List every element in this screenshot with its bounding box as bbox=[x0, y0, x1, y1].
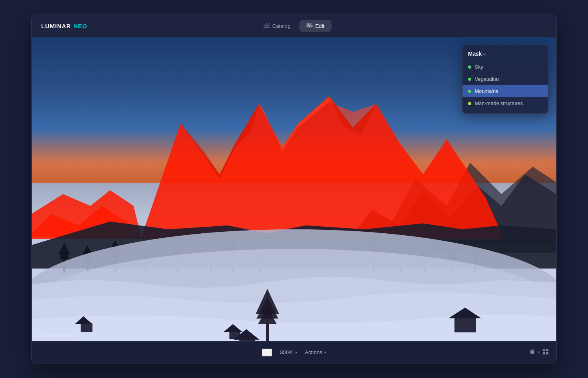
catalog-icon bbox=[264, 23, 270, 29]
mask-item-mountains[interactable]: Mountains bbox=[463, 85, 548, 97]
svg-point-7 bbox=[307, 23, 309, 25]
svg-point-65 bbox=[266, 351, 268, 353]
svg-rect-69 bbox=[546, 352, 548, 354]
mask-label-man-made: Man-made structures bbox=[475, 100, 523, 106]
actions-button[interactable]: Actions ▾ bbox=[305, 349, 326, 355]
actions-label: Actions bbox=[305, 349, 322, 355]
catalog-button[interactable]: Catalog bbox=[257, 20, 298, 32]
svg-point-9 bbox=[308, 26, 309, 27]
logo-neo: NEO bbox=[73, 23, 87, 29]
ai-badge: AI bbox=[483, 53, 486, 56]
mask-label-mountains: Mountains bbox=[475, 88, 498, 94]
svg-point-8 bbox=[309, 25, 311, 26]
svg-rect-66 bbox=[543, 349, 545, 351]
zoom-chevron-icon: ▾ bbox=[295, 350, 297, 354]
svg-rect-1 bbox=[267, 23, 269, 25]
title-bar-nav: Catalog Edit bbox=[257, 20, 332, 32]
app-window: LUMINAR NEO Catalog bbox=[31, 15, 557, 363]
mask-title: MaskAI bbox=[463, 51, 548, 61]
app-logo: LUMINAR NEO bbox=[41, 23, 87, 29]
bottom-bar: 300% ▾ Actions ▾ bbox=[32, 341, 556, 363]
separator-dot bbox=[538, 351, 540, 353]
actions-chevron-icon: ▾ bbox=[324, 350, 326, 354]
man-made-dot bbox=[468, 102, 471, 105]
edit-label: Edit bbox=[315, 23, 324, 29]
edit-icon bbox=[306, 23, 312, 29]
sky-dot bbox=[468, 65, 471, 69]
svg-rect-3 bbox=[267, 26, 269, 28]
vegetation-dot bbox=[468, 78, 471, 81]
windows-icon bbox=[543, 349, 548, 356]
mask-item-man-made[interactable]: Man-made structures bbox=[463, 97, 548, 109]
mask-label-vegetation: Vegetation bbox=[475, 76, 499, 82]
apple-icon bbox=[530, 349, 535, 356]
catalog-label: Catalog bbox=[272, 23, 291, 29]
mask-item-sky[interactable]: Sky bbox=[463, 61, 548, 73]
visibility-toggle[interactable] bbox=[262, 349, 272, 356]
image-container: © Sherwin Magsino MaskAI Sky Vegetation … bbox=[32, 37, 556, 341]
bottom-bar-center: 300% ▾ Actions ▾ bbox=[262, 349, 326, 356]
mask-panel: MaskAI Sky Vegetation Mountains Man-made… bbox=[462, 45, 548, 114]
svg-rect-67 bbox=[546, 349, 548, 351]
edit-button[interactable]: Edit bbox=[299, 20, 331, 32]
main-content: © Sherwin Magsino MaskAI Sky Vegetation … bbox=[32, 37, 556, 341]
svg-rect-68 bbox=[543, 352, 545, 354]
svg-rect-0 bbox=[264, 23, 266, 25]
title-bar: LUMINAR NEO Catalog bbox=[32, 15, 556, 37]
svg-rect-2 bbox=[264, 26, 266, 28]
bottom-right-icons bbox=[530, 341, 548, 363]
copyright: © Sherwin Magsino bbox=[37, 333, 75, 337]
mask-item-vegetation[interactable]: Vegetation bbox=[463, 73, 548, 85]
logo-luminar: LUMINAR bbox=[41, 23, 71, 29]
zoom-control[interactable]: 300% ▾ bbox=[280, 349, 297, 355]
zoom-value: 300% bbox=[280, 349, 294, 355]
mountains-dot bbox=[468, 90, 471, 93]
snow-layer bbox=[32, 183, 556, 341]
mask-label-sky: Sky bbox=[475, 64, 483, 70]
